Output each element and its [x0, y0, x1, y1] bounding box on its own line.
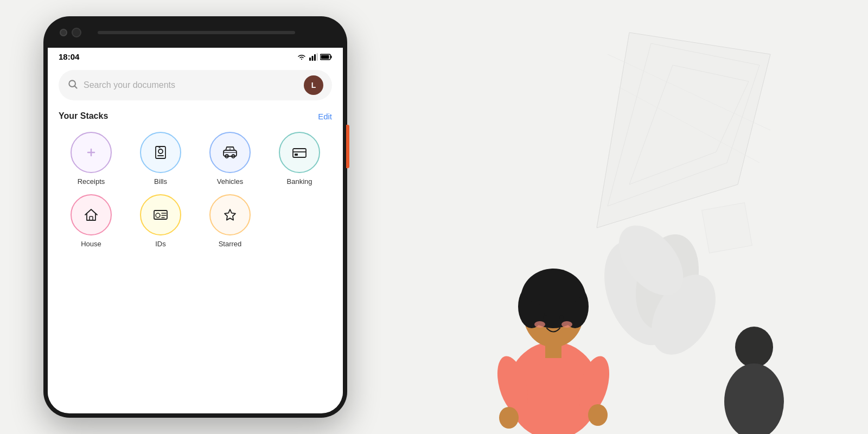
- vehicles-circle: [209, 132, 251, 173]
- search-icon: [67, 79, 78, 92]
- status-icons: [296, 53, 332, 61]
- house-circle: [71, 194, 112, 235]
- illustration-area: [347, 0, 868, 434]
- person2-illustration: [716, 315, 792, 434]
- svg-point-50: [499, 407, 519, 429]
- edit-button[interactable]: Edit: [318, 112, 332, 121]
- stack-receipts[interactable]: Receipts: [59, 132, 124, 186]
- svg-rect-0: [309, 58, 311, 61]
- svg-point-51: [588, 404, 608, 426]
- banking-icon: [291, 144, 308, 161]
- svg-rect-21: [90, 216, 93, 220]
- svg-rect-20: [295, 154, 298, 156]
- front-sensor: [72, 28, 81, 37]
- stacks-header: Your Stacks Edit: [59, 111, 332, 121]
- person-illustration: [483, 206, 624, 434]
- svg-point-44: [559, 315, 564, 320]
- ids-label: IDs: [155, 240, 166, 248]
- phone-screen: 18:04: [48, 48, 343, 413]
- svg-rect-1: [312, 56, 314, 61]
- wifi-icon: [296, 53, 307, 61]
- vehicles-icon: [221, 144, 239, 161]
- receipts-circle: [71, 132, 112, 173]
- phone-top-bar: [43, 16, 347, 49]
- svg-point-10: [158, 149, 163, 154]
- status-bar: 18:04: [48, 48, 343, 66]
- svg-point-45: [534, 321, 545, 328]
- phone-cameras: [60, 28, 81, 37]
- receipts-icon: [82, 144, 100, 161]
- svg-point-42: [524, 274, 583, 307]
- signal-icon: [309, 53, 318, 61]
- stack-banking[interactable]: Banking: [267, 132, 332, 186]
- banking-circle: [279, 132, 320, 173]
- svg-line-8: [75, 86, 77, 88]
- stack-bills[interactable]: Bills: [128, 132, 193, 186]
- search-bar[interactable]: Search your documents L: [59, 70, 332, 100]
- bills-circle: [140, 132, 181, 173]
- stacks-grid-row1: Receipts Bills: [59, 132, 332, 186]
- stack-starred[interactable]: Starred: [197, 194, 263, 248]
- svg-rect-18: [293, 149, 306, 157]
- bills-icon: [152, 144, 169, 161]
- svg-point-23: [156, 213, 160, 218]
- svg-point-43: [543, 315, 547, 320]
- svg-point-46: [561, 321, 572, 328]
- bills-label: Bills: [154, 177, 167, 186]
- banking-label: Banking: [287, 177, 312, 186]
- stack-vehicles[interactable]: Vehicles: [197, 132, 263, 186]
- svg-rect-9: [156, 146, 165, 158]
- empty-cell: [267, 194, 332, 248]
- house-label: House: [81, 240, 101, 248]
- star-icon: [221, 206, 239, 224]
- battery-icon: [320, 54, 332, 60]
- front-camera: [60, 29, 67, 36]
- stack-ids[interactable]: IDs: [128, 194, 193, 248]
- svg-rect-47: [545, 342, 561, 358]
- svg-rect-5: [331, 55, 332, 58]
- starred-circle: [209, 194, 251, 235]
- user-avatar[interactable]: L: [304, 75, 323, 95]
- svg-rect-2: [314, 54, 316, 61]
- search-placeholder: Search your documents: [84, 80, 298, 90]
- svg-rect-6: [321, 55, 329, 59]
- receipts-label: Receipts: [78, 177, 105, 186]
- house-icon: [82, 206, 100, 224]
- phone-speaker: [98, 31, 295, 34]
- phone-device: 18:04: [43, 16, 347, 418]
- ids-circle: [140, 194, 181, 235]
- phone-frame: 18:04: [43, 16, 347, 418]
- stacks-title: Your Stacks: [59, 111, 108, 121]
- svg-point-53: [724, 363, 784, 434]
- svg-rect-3: [317, 53, 318, 61]
- starred-label: Starred: [219, 240, 242, 248]
- app-content: Search your documents L Your Stacks Edit: [48, 66, 343, 412]
- stacks-grid-row2: House IDs: [59, 194, 332, 248]
- ids-icon: [152, 206, 169, 224]
- vehicles-label: Vehicles: [217, 177, 243, 186]
- status-time: 18:04: [59, 52, 79, 61]
- svg-point-52: [735, 327, 773, 368]
- stack-house[interactable]: House: [59, 194, 124, 248]
